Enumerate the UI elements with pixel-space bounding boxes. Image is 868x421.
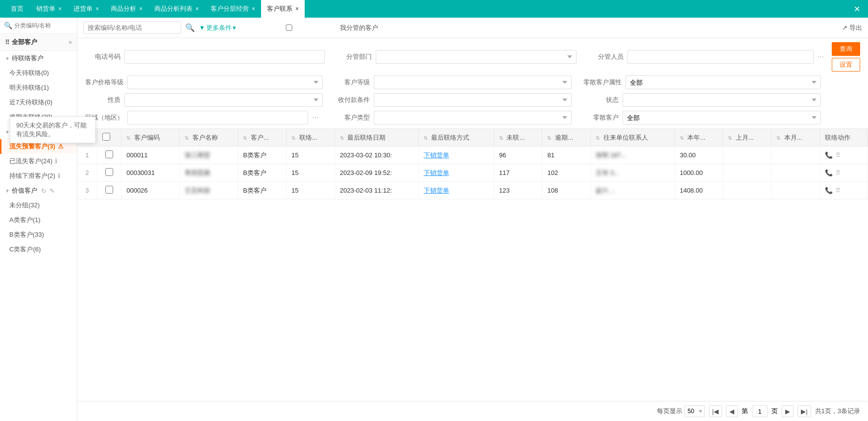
row2-method-link[interactable]: 下销货单 [424, 169, 449, 176]
phone-input[interactable] [124, 50, 325, 64]
next-page-button[interactable]: ▶ [782, 405, 794, 417]
my-customers-check[interactable] [240, 25, 338, 31]
home-tab[interactable]: 首页 [4, 0, 30, 18]
th-overdue[interactable]: ⇅ 逾期... [542, 129, 591, 147]
th-current-year[interactable]: ⇅ 本年... [675, 129, 723, 147]
row3-action-phone-icon[interactable]: 📞 [825, 187, 833, 194]
page-input[interactable] [752, 405, 768, 417]
close-salesorder-icon[interactable]: × [58, 5, 62, 12]
filter-manager: 分管人员 ··· [588, 50, 828, 64]
sidebar-item-today[interactable]: 今天待联络(0) [0, 66, 77, 80]
sidebar-item-declining[interactable]: 持续下滑客户(2) ℹ [0, 169, 77, 183]
cust-type-select[interactable] [374, 111, 572, 124]
pagination-bar: 每页显示 50 |◀ ◀ 第 页 ▶ ▶| 共1页，3条记录 [77, 401, 868, 421]
status-select[interactable] [623, 93, 821, 107]
row3-action-more-icon[interactable]: ⠿ [836, 187, 841, 194]
payment-select[interactable] [374, 93, 572, 107]
manager-dots[interactable]: ··· [814, 52, 828, 61]
sidebar-item-class-a[interactable]: A类客户(1) [0, 213, 77, 227]
sidebar-search-icon: 🔍 [4, 22, 12, 29]
per-page-select[interactable]: 50 [684, 405, 705, 417]
close-product-list-icon[interactable]: × [195, 5, 199, 12]
price-level-select[interactable] [127, 75, 323, 89]
sidebar-search-input[interactable] [14, 22, 73, 29]
zero-attr-select[interactable]: 全部 [626, 75, 821, 89]
th-last-month[interactable]: ⇅ 上月... [723, 129, 772, 147]
last-page-button[interactable]: ▶| [797, 405, 811, 417]
row1-method-link[interactable]: 下销货单 [424, 151, 449, 159]
more-conditions-button[interactable]: ▼ 更多条件 ▾ [199, 24, 236, 32]
nature-select[interactable] [124, 93, 323, 107]
row2-checkbox[interactable] [105, 168, 113, 176]
row3-checkbox[interactable] [105, 186, 113, 194]
select-all-checkbox[interactable] [102, 133, 110, 141]
sidebar-item-class-c[interactable]: C类客户(6) [0, 242, 77, 257]
search-input[interactable] [83, 22, 181, 34]
th-last-date[interactable]: ⇅ 最后联络日期 [335, 129, 418, 147]
row1-action-phone-icon[interactable]: 📞 [825, 151, 833, 159]
th-name[interactable]: ⇅ 客户名称 [180, 129, 238, 147]
sidebar-item-7days[interactable]: 近7天待联络(0) [0, 95, 77, 110]
th-contact-num[interactable]: ⇅ 联络... [287, 129, 335, 147]
search-button[interactable]: 🔍 [185, 23, 195, 32]
area-dots[interactable]: ··· [308, 113, 322, 122]
close-purchaseorder-icon[interactable]: × [96, 5, 99, 12]
th-cust-type[interactable]: ⇅ 客户... [238, 129, 287, 147]
sort-contact-num-icon: ⇅ [291, 135, 295, 141]
row1-checkbox[interactable] [105, 150, 113, 158]
row1-last-date: 2023-03-02 10:30: [335, 147, 418, 164]
row3-this-month [772, 182, 820, 199]
sidebar-item-class-b[interactable]: B类客户(33) [0, 227, 77, 242]
main-layout: 🔍 ⠿ 全部客户 « ▼ 待联络客户 今天待联络(0) 明天待联络(1) 近7天… [0, 18, 868, 421]
export-button[interactable]: ↗ 导出 [842, 24, 862, 32]
sidebar-item-ungrouped[interactable]: 未分组(32) [0, 198, 77, 213]
close-product-analysis-icon[interactable]: × [139, 5, 143, 12]
row2-last-date: 2023-02-09 19:52: [335, 164, 418, 182]
row3-last-method[interactable]: 下销货单 [418, 182, 494, 199]
section-value-customers[interactable]: ▼ 价值客户 ↻ ✎ [0, 183, 77, 198]
close-all-button[interactable]: ✕ [850, 4, 864, 14]
th-last-method[interactable]: ⇅ 最后联络方式 [418, 129, 494, 147]
dept-select[interactable] [376, 50, 576, 64]
row2-contacts-text: 王华 3... [596, 169, 619, 176]
tab-customer-segment[interactable]: 客户分层经营 × [205, 0, 261, 18]
row1-action-more-icon[interactable]: ⠿ [836, 151, 841, 159]
th-this-month[interactable]: ⇅ 本月... [772, 129, 820, 147]
close-customer-segment-icon[interactable]: × [252, 5, 255, 12]
th-unlisted[interactable]: ⇅ 未联... [494, 129, 542, 147]
th-contacts[interactable]: ⇅ 往来单位联系人 [591, 129, 675, 147]
level-select[interactable] [374, 75, 572, 89]
row3-method-link[interactable]: 下销货单 [424, 187, 449, 194]
all-customers-header[interactable]: ⠿ 全部客户 « [0, 34, 77, 51]
arrow-down-icon: ▼ [5, 56, 10, 61]
sidebar-item-tomorrow[interactable]: 明天待联络(1) [0, 80, 77, 95]
first-page-button[interactable]: |◀ [709, 405, 722, 417]
section-pending-contact[interactable]: ▼ 待联络客户 [0, 51, 77, 66]
sidebar-item-class-b-label: B类客户(33) [9, 231, 44, 238]
settings-button[interactable]: 设置 [832, 58, 860, 72]
area-input[interactable] [127, 111, 308, 124]
my-customers-checkbox[interactable]: 我分管的客户 [240, 24, 378, 32]
tab-product-analysis[interactable]: 商品分析 × [105, 0, 148, 18]
manager-input[interactable] [627, 50, 814, 64]
th-code[interactable]: ⇅ 客户编码 [121, 129, 180, 147]
zero-cust-select[interactable]: 全部 [623, 111, 821, 124]
tab-customer-contact[interactable]: 客户联系 × [261, 0, 305, 18]
edit-value-icon[interactable]: ✎ [49, 187, 55, 195]
tab-purchaseorder[interactable]: 进货单 × [68, 0, 105, 18]
query-button[interactable]: 查询 [832, 42, 860, 56]
row2-action-more-icon[interactable]: ⠿ [836, 169, 841, 176]
row2-last-method[interactable]: 下销货单 [418, 164, 494, 182]
tab-salesorder[interactable]: 销货单 × [30, 0, 68, 18]
row2-action-phone-icon[interactable]: 📞 [825, 169, 833, 176]
tab-product-list[interactable]: 商品分析列表 × [148, 0, 205, 18]
sidebar-item-churned[interactable]: 已流失客户(24) ℹ [0, 154, 77, 169]
refresh-value-icon[interactable]: ↻ [41, 187, 47, 195]
prev-page-button[interactable]: ◀ [726, 405, 738, 417]
row2-name: 李四贸易 [180, 164, 238, 182]
row1-last-method[interactable]: 下销货单 [418, 147, 494, 164]
row3-checkbox-cell [97, 182, 121, 199]
row3-unlisted: 123 [494, 182, 542, 199]
close-customer-contact-icon[interactable]: × [295, 5, 299, 12]
export-icon: ↗ [842, 24, 847, 31]
